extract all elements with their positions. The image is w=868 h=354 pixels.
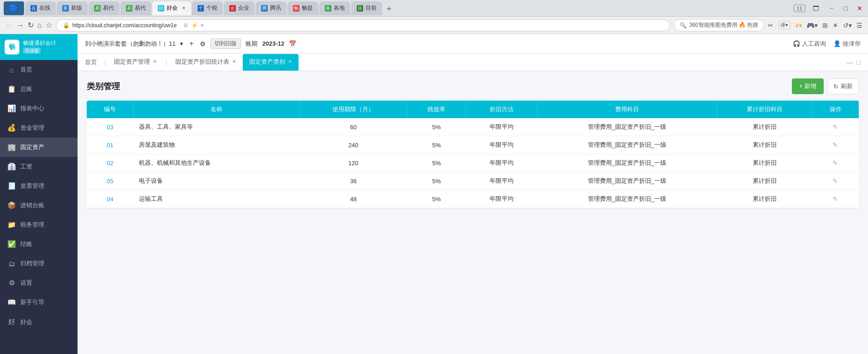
browser-tab-1[interactable]: 新 新版 xyxy=(57,1,88,15)
bookmark-button[interactable]: ☆ xyxy=(46,21,52,30)
cell-action-1[interactable]: ✎ xyxy=(812,136,859,154)
cell-action-4[interactable]: ✎ xyxy=(812,190,859,208)
restore-button[interactable]: 🗖 xyxy=(811,5,821,12)
edit-button-4[interactable]: ✎ xyxy=(832,195,838,203)
tab-close-4[interactable]: ✕ xyxy=(182,6,186,11)
close-button[interactable]: ✕ xyxy=(855,5,864,12)
user-avatar-icon: 👤 xyxy=(833,40,841,47)
browser-tab-0[interactable]: 在 在线 xyxy=(25,1,56,15)
dropdown-icon[interactable]: ▾ xyxy=(201,22,204,29)
switch-version-button[interactable]: 切到旧版 xyxy=(210,38,241,49)
new-tab-button[interactable]: ＋ xyxy=(383,3,395,14)
browser-tab-6[interactable]: 企 企业 xyxy=(224,1,255,15)
cell-action-0[interactable]: ✎ xyxy=(812,118,859,136)
cell-residual-3: 5% xyxy=(407,172,466,190)
browser-tab-4[interactable]: 好 好会 ✕ xyxy=(152,1,191,15)
tab-fixed-assets-mgmt[interactable]: 固定资产管理 ✕ xyxy=(108,54,163,71)
tab-close-depreciation[interactable]: ✕ xyxy=(232,59,236,65)
col-period: 使用期限（月） xyxy=(300,101,407,118)
home-button[interactable]: ⌂ xyxy=(37,21,42,30)
cell-residual-0: 5% xyxy=(407,118,466,136)
sidebar-item-reports[interactable]: 📊 报表中心 xyxy=(0,99,78,118)
minimize-button[interactable]: － xyxy=(826,4,837,12)
payroll-icon: 👔 xyxy=(7,162,16,171)
edit-button-0[interactable]: ✎ xyxy=(832,123,838,131)
ledger-icon: 📋 xyxy=(7,85,16,93)
sidebar-item-haohui[interactable]: 好 好会 xyxy=(0,312,78,332)
sidebar-item-tutorial[interactable]: 📖 新手引导 xyxy=(0,293,78,312)
sidebar-item-settings[interactable]: ⚙ 设置 xyxy=(0,273,78,293)
refresh-button[interactable]: ↻ 刷新 xyxy=(827,78,859,94)
collapse-icon[interactable]: — xyxy=(847,59,853,66)
sidebar-item-payroll[interactable]: 👔 工资 xyxy=(0,157,78,176)
browser-tab-10[interactable]: 目 目前 xyxy=(351,1,382,15)
browser-tab-5[interactable]: 个 个税 xyxy=(192,1,223,15)
cell-accum-3: 累计折旧 xyxy=(717,172,812,190)
sidebar-item-invoices[interactable]: 🧾 发票管理 xyxy=(0,176,78,196)
service-button[interactable]: 🎧 人工咨询 xyxy=(793,40,826,48)
tab-depreciation-report[interactable]: 固定资产折旧统计表 ✕ xyxy=(169,54,243,71)
browser-tab-2[interactable]: 易 易代 xyxy=(89,1,120,15)
browser-tab-3[interactable]: 易 易代 xyxy=(120,1,151,15)
settings-account-icon[interactable]: ⚙ xyxy=(200,40,206,48)
cut-icon[interactable]: ✂ xyxy=(768,22,773,29)
edit-button-2[interactable]: ✎ xyxy=(832,159,838,167)
cell-method-3: 年限平均 xyxy=(466,172,537,190)
brightness-icon[interactable]: ☀ xyxy=(832,22,838,29)
qr-icon[interactable]: ⚡ xyxy=(191,22,198,29)
tab-count-badge: 11 xyxy=(794,5,805,12)
add-category-button[interactable]: + 新增 xyxy=(792,78,824,94)
tab-home[interactable]: 首页 xyxy=(85,54,102,70)
maximize-button[interactable]: □ xyxy=(842,5,850,12)
sidebar-item-tax[interactable]: 📁 税务管理 xyxy=(0,215,78,234)
tab-asset-category[interactable]: 固定资产类别 ✕ xyxy=(243,54,299,71)
browser-tab-7[interactable]: 腾 腾讯 xyxy=(256,1,287,15)
col-action: 操作 xyxy=(812,101,859,118)
edit-button-1[interactable]: ✎ xyxy=(832,141,838,149)
sidebar-item-archive[interactable]: 🗂 归档管理 xyxy=(0,254,78,273)
sidebar-item-fixed-assets[interactable]: 🏢 固定资产 xyxy=(0,138,78,157)
site-info-icon[interactable]: ⚙ xyxy=(183,22,188,29)
col-id: 编号 xyxy=(87,101,133,118)
cell-accum-4: 累计折旧 xyxy=(717,190,812,208)
cell-action-3[interactable]: ✎ xyxy=(812,172,859,190)
game-icon[interactable]: 🎮▾ xyxy=(807,22,818,29)
tutorial-icon: 📖 xyxy=(7,298,16,306)
dropdown-arrow[interactable]: ▾ xyxy=(180,40,183,47)
user-button[interactable]: 👤 徐泽华 xyxy=(833,40,861,48)
cell-action-2[interactable]: ✎ xyxy=(812,154,859,172)
menu-icon[interactable]: ☰ xyxy=(856,22,862,29)
cell-id-0: 03 xyxy=(87,118,133,136)
table-row: 02 机器、机械和其他生产设备 120 5% 年限平均 管理费用_固定资产折旧_… xyxy=(87,154,859,172)
sidebar-item-home[interactable]: ⌂ 首页 xyxy=(0,60,78,79)
col-expense: 费用科目 xyxy=(537,101,717,118)
sidebar-item-funds[interactable]: 💰 资金管理 xyxy=(0,118,78,138)
cell-residual-2: 5% xyxy=(407,154,466,172)
reload-button[interactable]: ↻ xyxy=(28,21,34,30)
tab-close-category[interactable]: ✕ xyxy=(288,59,292,65)
forward-button[interactable]: → xyxy=(17,21,24,30)
expand-icon[interactable]: □ xyxy=(857,59,861,66)
yuan-icon[interactable]: ¥▾ xyxy=(795,22,802,29)
url-input[interactable]: 🔒 https://cloud.chanjet.com/accounting/u… xyxy=(56,19,670,31)
sidebar-item-inventory[interactable]: 📦 进销台账 xyxy=(0,196,78,215)
browser-tab-8[interactable]: 畅 畅提 xyxy=(287,1,318,15)
sidebar-item-ledger[interactable]: 📋 总账 xyxy=(0,79,78,99)
browser-tab-logo[interactable]: 🔵 xyxy=(4,1,24,15)
headset-icon: 🎧 xyxy=(793,40,800,47)
cell-accum-1: 累计折旧 xyxy=(717,136,812,154)
search-box[interactable]: 🔍 360智能抠图免费用 🔥 热搜 xyxy=(674,19,765,31)
grid-icon[interactable]: ⊞ xyxy=(822,22,828,29)
back-button[interactable]: ← xyxy=(6,21,13,30)
browser-toolbar: ✂ 译▾ ¥▾ 🎮▾ ⊞ ☀ ↺▾ ☰ xyxy=(768,21,862,30)
undo-icon[interactable]: ↺▾ xyxy=(843,22,852,29)
add-account-icon[interactable]: ＋ xyxy=(188,39,195,48)
sidebar-item-close[interactable]: ✅ 结账 xyxy=(0,234,78,254)
edit-button-3[interactable]: ✎ xyxy=(832,177,838,185)
tab-close-fixed-assets[interactable]: ✕ xyxy=(153,59,157,65)
page-title: 类别管理 xyxy=(87,81,120,92)
browser-tab-9[interactable]: 各 各地 xyxy=(319,1,350,15)
top-bar-right: 🎧 人工咨询 👤 徐泽华 xyxy=(793,40,861,48)
calendar-icon[interactable]: 📅 xyxy=(289,40,296,47)
translate-icon[interactable]: 译▾ xyxy=(778,21,790,30)
